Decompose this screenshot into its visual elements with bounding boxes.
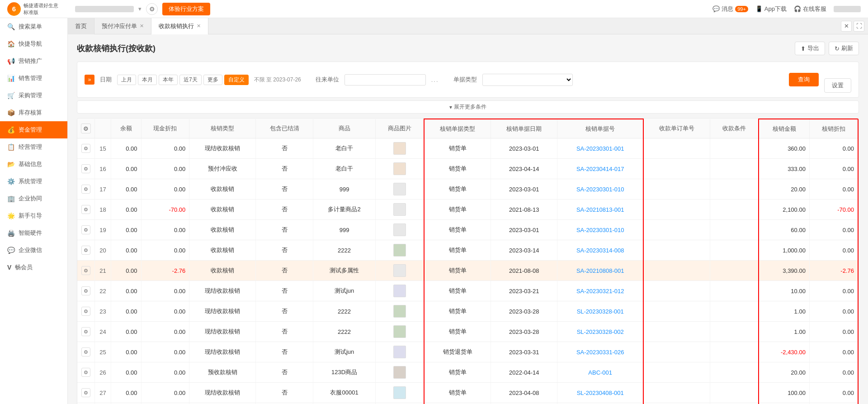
col-goods: 999 <box>313 220 376 240</box>
row-gear-icon[interactable]: ⚙ <box>81 266 90 275</box>
date-btn-7days[interactable]: 近7天 <box>179 75 202 85</box>
col-verify-bill-no: SA-20230321-012 <box>557 281 643 301</box>
col-header-verify-bill-date: 核销单据日期 <box>491 119 557 138</box>
row-gear-icon[interactable]: ⚙ <box>81 144 90 153</box>
filter-expand-arrow[interactable]: » <box>85 75 94 85</box>
col-verify-bill-type: 销货退货单 <box>424 342 491 362</box>
row-gear-icon[interactable]: ⚙ <box>81 225 90 234</box>
refresh-btn[interactable]: ↻ 刷新 <box>829 42 859 55</box>
sidebar-item-base-info[interactable]: 📂 基础信息 <box>0 156 67 173</box>
date-btn-custom[interactable]: 自定义 <box>224 75 249 85</box>
tab-prepay-close-icon[interactable]: ✕ <box>140 23 144 29</box>
expand-more-bar[interactable]: ▾ 展开更多条件 <box>77 100 859 114</box>
col-verify-discount: 0.00 <box>809 301 858 322</box>
row-gear-icon[interactable]: ⚙ <box>81 368 90 377</box>
date-btn-this-month[interactable]: 本月 <box>138 75 157 85</box>
bill-no-link[interactable]: SL-20230408-001 <box>577 390 624 396</box>
sidebar-item-hardware[interactable]: 🖨️ 智能硬件 <box>0 224 67 242</box>
col-included-cleared: 否 <box>256 342 313 362</box>
tab-maximize-btn[interactable]: ⛶ <box>854 21 864 32</box>
col-included-cleared: 否 <box>256 240 313 261</box>
col-verify-bill-no: SA-20230301-010 <box>557 220 643 240</box>
table-row: ⚙ 24 0.00 0.00 现结收款核销 否 2222 销货单 2023-03… <box>77 322 858 342</box>
gear-button[interactable]: ⚙ <box>146 3 158 15</box>
col-verify-amount: 1.00 <box>759 322 809 342</box>
sidebar-item-wechat[interactable]: 💬 企业微信 <box>0 242 67 259</box>
col-gear: ⚙ <box>77 301 95 322</box>
sidebar-item-finance[interactable]: 💰 资金管理 <box>0 121 67 138</box>
sidebar-item-operations[interactable]: 📋 经营管理 <box>0 138 67 156</box>
bill-no-link[interactable]: SL-20230328-001 <box>577 308 624 315</box>
row-gear-icon[interactable]: ⚙ <box>81 388 90 397</box>
tab-window-close-btn[interactable]: ✕ <box>841 21 852 32</box>
data-table: ⚙ 余额 现金折扣 核销类型 包含已结清 商品 商品图片 核销单据类型 核销单据… <box>77 119 859 404</box>
export-btn[interactable]: ⬆ 导出 <box>795 42 825 55</box>
row-gear-icon[interactable]: ⚙ <box>81 307 90 316</box>
voucher-type-select[interactable] <box>482 74 573 86</box>
sidebar-item-quick-nav[interactable]: 🏠 快捷导航 <box>0 35 67 52</box>
dropdown-arrow-icon[interactable]: ▾ <box>138 5 142 12</box>
date-btn-this-year[interactable]: 本年 <box>159 75 178 85</box>
col-verify-type: 收款核销 <box>189 220 256 240</box>
bill-no-link[interactable]: SA-20230331-026 <box>576 349 624 356</box>
from-unit-input[interactable] <box>344 74 426 86</box>
row-gear-icon[interactable]: ⚙ <box>81 205 90 214</box>
bill-no-link[interactable]: SA-20230314-008 <box>576 247 624 254</box>
bill-no-link[interactable]: SA-20230321-012 <box>576 288 624 295</box>
trial-industry-btn[interactable]: 体验行业方案 <box>162 3 210 15</box>
bill-no-link[interactable]: SL-20230328-002 <box>577 328 624 335</box>
sidebar-item-enterprise[interactable]: 🏢 企业协同 <box>0 190 67 207</box>
sidebar-item-sales[interactable]: 📊 销售管理 <box>0 70 67 87</box>
col-verify-discount: 0.00 <box>809 322 858 342</box>
col-goods-img <box>376 159 425 179</box>
col-verify-bill-date: 2023-03-21 <box>491 281 557 301</box>
col-receipt-condition <box>710 322 759 342</box>
row-gear-icon[interactable]: ⚙ <box>81 347 90 356</box>
row-gear-icon[interactable]: ⚙ <box>81 327 90 336</box>
row-gear-icon[interactable]: ⚙ <box>81 185 90 194</box>
row-gear-icon[interactable]: ⚙ <box>81 164 90 173</box>
tab-verify[interactable]: 收款核销执行 ✕ <box>151 18 208 34</box>
tab-verify-close-icon[interactable]: ✕ <box>197 23 201 29</box>
app-download-btn[interactable]: 📱 App下载 <box>755 5 787 13</box>
table-row: ⚙ 26 0.00 0.00 预收款核销 否 123D商品 销货单 2022-0… <box>77 362 858 383</box>
sidebar-item-purchase[interactable]: 🛒 采购管理 <box>0 87 67 104</box>
search-icon: 🔍 <box>7 23 15 30</box>
bill-no-link[interactable]: SA-20210813-001 <box>576 206 624 213</box>
bill-no-link[interactable]: SA-20210808-001 <box>576 267 624 274</box>
bill-no-link[interactable]: ABC-001 <box>588 369 612 376</box>
tab-prepay[interactable]: 预付冲应付单 ✕ <box>94 18 151 34</box>
messages-btn[interactable]: 💬 消息 99+ <box>712 5 748 13</box>
gear-settings-icon[interactable]: ⚙ <box>81 124 91 133</box>
main-content: 收款核销执行(按收款) ⬆ 导出 ↻ 刷新 » 日期 上月 本月 <box>68 34 868 404</box>
col-verify-type: 收款核销 <box>189 240 256 261</box>
bill-no-link[interactable]: SA-20230301-010 <box>576 186 624 193</box>
col-verify-amount: 60.00 <box>759 220 809 240</box>
date-btn-last-month[interactable]: 上月 <box>117 75 136 85</box>
sidebar-item-search[interactable]: 🔍 搜索菜单 <box>0 18 67 35</box>
sidebar-item-system[interactable]: ⚙️ 系统管理 <box>0 173 67 190</box>
user-display[interactable] <box>834 6 861 12</box>
col-goods: 2222 <box>313 301 376 322</box>
tab-home[interactable]: 首页 <box>68 18 94 34</box>
bill-no-link[interactable]: SA-20230301-010 <box>576 227 624 233</box>
date-btn-more[interactable]: 更多 <box>203 75 222 85</box>
row-gear-icon[interactable]: ⚙ <box>81 246 90 255</box>
col-receipt-condition <box>710 261 759 281</box>
sidebar-item-member[interactable]: V 畅会员 <box>0 259 67 276</box>
col-verify-bill-date: 2021-08-08 <box>491 261 557 281</box>
col-header-balance: 余额 <box>111 119 142 138</box>
col-goods-img <box>376 138 425 159</box>
row-gear-icon[interactable]: ⚙ <box>81 286 90 295</box>
col-verify-bill-type: 销货单 <box>424 138 491 159</box>
bill-no-link[interactable]: SA-20230301-001 <box>576 145 624 152</box>
col-receipt-condition <box>710 301 759 322</box>
settings-btn[interactable]: 设置 <box>824 78 851 93</box>
query-btn[interactable]: 查询 <box>789 73 819 86</box>
online-service-btn[interactable]: 🎧 在线客服 <box>794 5 826 13</box>
sidebar-item-inventory[interactable]: 📦 库存核算 <box>0 104 67 121</box>
bill-no-link[interactable]: SA-20230414-017 <box>576 166 624 172</box>
col-gear: ⚙ <box>77 281 95 301</box>
sidebar-item-marketing[interactable]: 📢 营销推广 <box>0 52 67 70</box>
sidebar-item-guide[interactable]: 🌟 新手引导 <box>0 207 67 224</box>
